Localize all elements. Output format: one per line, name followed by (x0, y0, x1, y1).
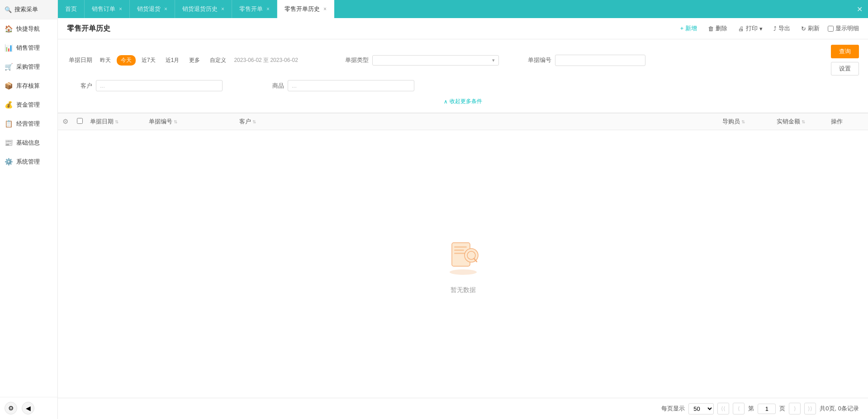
delete-icon: 🗑 (708, 25, 714, 32)
print-button[interactable]: 🖨 打印 ▾ (735, 23, 765, 34)
tab-retail-history[interactable]: 零售开单历史× (277, 0, 334, 18)
sidebar-item-quick-nav[interactable]: 🏠 快捷导航 (0, 19, 57, 38)
customer-filter: 客户 ... (67, 80, 223, 91)
collapse-more-btn[interactable]: ∧ 收起更多条件 (67, 96, 859, 107)
tab-home[interactable]: 首页 (58, 0, 85, 18)
sidebar-item-finance[interactable]: 💰 资金管理 (0, 95, 57, 114)
date-shortcut-今天[interactable]: 今天 (117, 55, 136, 66)
query-button[interactable]: 查询 (831, 45, 859, 58)
date-shortcut-昨天[interactable]: 昨天 (96, 55, 115, 66)
tab-sales-return[interactable]: 销货退货× (130, 0, 175, 18)
page-label: 第 (748, 405, 754, 413)
refresh-button[interactable]: ↻ 刷新 (798, 23, 822, 34)
sidebar-item-label-finance: 资金管理 (16, 101, 40, 109)
new-button[interactable]: + 新增 (678, 23, 700, 34)
tab-label-home: 首页 (65, 5, 77, 13)
tab-close-retail-history[interactable]: × (323, 6, 327, 12)
th-date[interactable]: 单据日期 ⇅ (86, 118, 145, 126)
bill-number-filter: 单据编号 (526, 55, 645, 66)
tab-label-sales-order: 销售订单 (92, 5, 115, 13)
sidebar-item-label-operations: 经营管理 (16, 120, 40, 128)
sidebar-nav: 🏠 快捷导航📊 销售管理🛒 采购管理📦 库存核算💰 资金管理📋 经营管理📰 基础… (0, 19, 57, 397)
collapse-icon: ∧ (444, 99, 448, 105)
page-header: 零售开单历史 + 新增 🗑 删除 🖨 打印 ▾ ⤴ 导出 (58, 18, 868, 39)
pagination: 每页显示 50 100 200 ⟨⟨ ⟨ 第 页 ⟩ ⟩⟩ 共0页, 0条记录 (58, 398, 868, 419)
toolbar: + 新增 🗑 删除 🖨 打印 ▾ ⤴ 导出 ↻ 刷新 (678, 23, 859, 34)
sidebar-item-sales[interactable]: 📊 销售管理 (0, 38, 57, 57)
bill-type-select[interactable]: ▾ (372, 55, 499, 66)
per-page-select[interactable]: 50 100 200 (688, 403, 714, 414)
tab-close-sales-return[interactable]: × (164, 6, 167, 12)
date-shortcut-近7天[interactable]: 近7天 (138, 55, 160, 66)
tab-sales-return-history[interactable]: 销货退货历史× (175, 0, 232, 18)
tabs-bar-right: ✕ (857, 5, 868, 14)
search-icon: 🔍 (5, 6, 12, 13)
empty-text: 暂无数据 (451, 286, 476, 294)
th-number[interactable]: 单据编号 ⇅ (145, 118, 236, 126)
purchase-icon: 🛒 (5, 63, 13, 71)
product-input[interactable]: ... (288, 80, 414, 91)
settings-footer-btn[interactable]: ⚙ (5, 402, 17, 414)
sort-amount-icon: ⇅ (802, 119, 805, 124)
date-shortcut-更多[interactable]: 更多 (185, 55, 204, 66)
th-amount[interactable]: 实销金额 ⇅ (773, 118, 827, 126)
bill-type-arrow-icon: ▾ (492, 57, 495, 63)
select-all-checkbox[interactable] (77, 118, 83, 124)
date-label: 单据日期 (67, 56, 92, 64)
tabs-bar: 首页销售订单×销货退货×销货退货历史×零售开单×零售开单历史× ✕ (58, 0, 868, 18)
inventory-icon: 📦 (5, 82, 13, 90)
refresh-icon: ↻ (801, 25, 806, 32)
th-salesperson[interactable]: 导购员 ⇅ (719, 118, 773, 126)
tab-close-retail-open[interactable]: × (266, 6, 270, 12)
export-icon: ⤴ (773, 25, 777, 32)
date-shortcuts-group: 昨天今天近7天近1月更多自定义2023-06-02 至 2023-06-02 (96, 55, 298, 66)
delete-button[interactable]: 🗑 删除 (705, 23, 730, 34)
bill-type-label: 单据类型 (343, 56, 369, 64)
last-page-btn[interactable]: ⟩⟩ (804, 403, 816, 414)
sidebar-item-purchase[interactable]: 🛒 采购管理 (0, 57, 57, 76)
main-area: 首页销售订单×销货退货×销货退货历史×零售开单×零售开单历史× ✕ 零售开单历史… (58, 0, 868, 419)
th-amount-label: 实销金额 (777, 118, 800, 126)
tab-close-sales-return-history[interactable]: × (221, 6, 224, 12)
close-window-btn[interactable]: ✕ (857, 5, 863, 14)
sidebar-search[interactable]: 🔍 搜索采单 (0, 0, 57, 19)
table-settings-icon[interactable]: ⚙ (62, 118, 68, 126)
date-shortcut-自定义[interactable]: 自定义 (206, 55, 230, 66)
show-detail-checkbox[interactable] (828, 26, 834, 32)
sort-number-icon: ⇅ (174, 119, 177, 124)
sidebar-item-basic[interactable]: 📰 基础信息 (0, 133, 57, 152)
page-number-input[interactable] (758, 404, 776, 414)
print-icon: 🖨 (738, 25, 744, 32)
bill-number-input[interactable] (555, 55, 645, 66)
first-page-btn[interactable]: ⟨⟨ (717, 403, 729, 414)
sidebar-item-label-sales: 销售管理 (16, 44, 40, 52)
product-label: 商品 (259, 82, 284, 90)
sort-date-icon: ⇅ (115, 119, 119, 124)
sort-customer-icon: ⇅ (252, 119, 256, 124)
empty-area: 暂无数据 (58, 130, 868, 398)
next-page-btn[interactable]: ⟩ (789, 403, 801, 414)
filter-settings-button[interactable]: 设置 (831, 62, 859, 75)
sidebar-item-operations[interactable]: 📋 经营管理 (0, 114, 57, 133)
date-shortcut-近1月[interactable]: 近1月 (161, 55, 184, 66)
sidebar-item-system[interactable]: ⚙️ 系统管理 (0, 152, 57, 171)
tab-label-sales-return-history: 销货退货历史 (182, 5, 218, 13)
page-suffix: 页 (779, 405, 785, 413)
customer-input[interactable]: ... (96, 80, 223, 91)
tab-sales-order[interactable]: 销售订单× (85, 0, 130, 18)
tab-retail-open[interactable]: 零售开单× (232, 0, 277, 18)
per-page-label: 每页显示 (661, 405, 685, 413)
th-action: 操作 (827, 118, 863, 126)
export-button[interactable]: ⤴ 导出 (771, 23, 793, 34)
tab-close-sales-order[interactable]: × (119, 6, 122, 12)
sidebar-footer: ⚙ ◀ (0, 397, 57, 419)
prev-page-btn[interactable]: ⟨ (733, 403, 745, 414)
collapse-footer-btn[interactable]: ◀ (22, 402, 34, 414)
show-detail-label[interactable]: 显示明细 (828, 24, 859, 33)
sidebar-item-label-purchase: 采购管理 (16, 63, 40, 71)
sidebar-item-inventory[interactable]: 📦 库存核算 (0, 76, 57, 95)
svg-rect-4 (454, 253, 465, 254)
th-customer[interactable]: 客户 ⇅ (236, 118, 719, 126)
sales-icon: 📊 (5, 44, 13, 52)
print-dropdown-icon: ▾ (759, 25, 763, 32)
